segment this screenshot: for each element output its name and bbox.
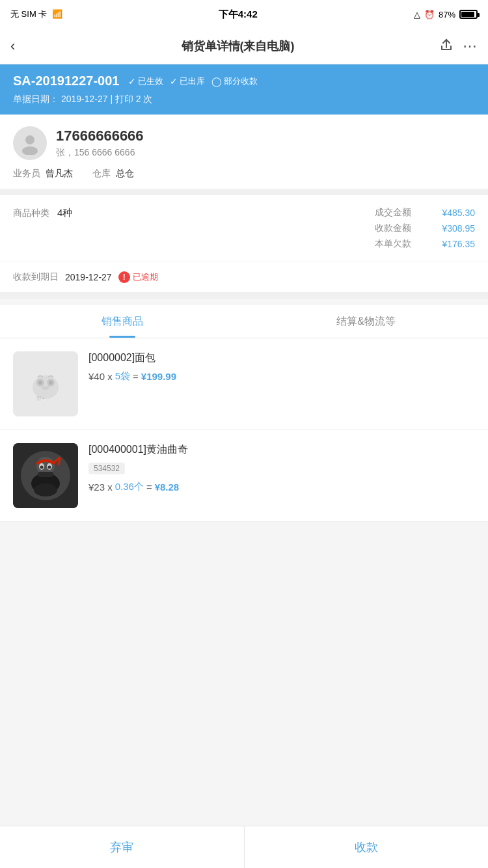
svg-line-14: [59, 457, 60, 465]
salesperson-label: 业务员: [13, 168, 40, 180]
customer-info: 17666666666 张，156 6666 6666: [56, 128, 144, 159]
svg-point-7: [42, 386, 49, 390]
stat-row-0: 成交金额 ¥485.30: [375, 207, 475, 219]
badge-partial-label: 部分收款: [224, 75, 258, 87]
product-info-1: [0000002]面包 ¥40 x 5袋 = ¥199.99: [88, 351, 475, 416]
divider-1: [0, 189, 488, 195]
svg-point-20: [34, 483, 57, 496]
page-title: 销货单详情(来自电脑): [36, 38, 439, 54]
stat-label-0: 成交金额: [375, 207, 411, 219]
due-date-label: 收款到期日: [13, 271, 59, 283]
svg-point-17: [40, 466, 44, 469]
badge-active-label: 已生效: [138, 75, 163, 87]
badge-partial: ◯ 部分收款: [211, 75, 258, 87]
print-info: | 打印 2 次: [110, 94, 152, 104]
bottom-bar: 弃审 收款: [0, 826, 488, 868]
stat-value-0: ¥485.30: [423, 208, 475, 218]
badge-dispatched-label: 已出库: [180, 75, 205, 87]
battery-percent: 87%: [439, 10, 455, 20]
alarm-icon: ⏰: [424, 10, 435, 20]
order-date-info: 单据日期： 2019-12-27 | 打印 2 次: [13, 94, 475, 105]
overdue-icon: !: [118, 271, 130, 283]
svg-rect-19: [38, 472, 53, 477]
tab-settlement-label: 结算&物流等: [336, 315, 396, 329]
check-icon-dispatched: ✓: [170, 76, 178, 87]
overdue-badge: ! 已逾期: [118, 271, 158, 283]
badge-dispatched: ✓ 已出库: [170, 75, 205, 87]
stats-section: 商品种类 4种 成交金额 ¥485.30 收款金额 ¥308.95 本单欠款 ¥…: [0, 195, 488, 262]
stat-row-2: 本单欠款 ¥176.35: [375, 238, 475, 250]
svg-point-18: [48, 466, 51, 469]
customer-name-phone: 张，156 6666 6666: [56, 147, 144, 159]
order-number: SA-20191227-001: [13, 74, 119, 88]
confirm-label: 收款: [355, 839, 378, 855]
divider-2: [0, 292, 488, 299]
product-eq-1: =: [133, 371, 139, 382]
tab-products-label: 销售商品: [102, 315, 143, 329]
back-icon: ‹: [10, 38, 15, 55]
product-name-1: [0000002]面包: [88, 351, 475, 365]
stat-value-2: ¥176.35: [423, 239, 475, 249]
warehouse-value: 总仓: [116, 168, 134, 180]
svg-point-1: [22, 146, 38, 155]
svg-point-6: [49, 381, 53, 385]
order-header: SA-20191227-001 ✓ 已生效 ✓ 已出库 ◯ 部分收款 单据日期：…: [0, 64, 488, 115]
customer-section: 17666666666 张，156 6666 6666 业务员 曾凡杰 仓库 总…: [0, 115, 488, 189]
customer-meta: 业务员 曾凡杰 仓库 总仓: [13, 168, 475, 180]
svg-point-5: [38, 381, 42, 385]
product-name-2: [000400001]黄油曲奇: [88, 443, 475, 457]
status-indicators: △ ⏰ 87%: [414, 10, 478, 20]
confirm-button[interactable]: 收款: [245, 826, 489, 868]
product-placeholder-1: 野+: [13, 351, 78, 416]
stat-label-2: 本单欠款: [375, 238, 411, 250]
salesperson-item: 业务员 曾凡杰: [13, 168, 73, 180]
battery-icon: [459, 10, 478, 19]
product-qty-1: 5袋: [115, 370, 130, 383]
product-qty-2: 0.36个: [115, 481, 144, 493]
products-list: 野+ [0000002]面包 ¥40 x 5袋 = ¥199.99: [0, 338, 488, 522]
svg-point-0: [25, 135, 34, 144]
carrier-signal: 无 SIM 卡 📶: [10, 8, 62, 20]
current-time: 下午4:42: [219, 8, 258, 21]
stats-product-count: 商品种类 4种: [13, 207, 72, 219]
location-icon: △: [414, 10, 420, 20]
cancel-button[interactable]: 弃审: [0, 826, 245, 868]
product-thumb-1: 野+: [13, 351, 78, 416]
stat-label-1: 收款金额: [375, 223, 411, 234]
more-button[interactable]: ⋯: [463, 38, 478, 55]
date-value: 2019-12-27: [61, 94, 108, 104]
stat-row-1: 收款金额 ¥308.95: [375, 223, 475, 234]
product-type-label: 商品种类: [13, 208, 49, 219]
svg-text:野+: 野+: [36, 396, 45, 401]
order-badges: ✓ 已生效 ✓ 已出库 ◯ 部分收款: [128, 75, 258, 87]
due-date-section: 收款到期日 2019-12-27 ! 已逾期: [0, 262, 488, 292]
product-total-2: ¥8.28: [155, 481, 180, 493]
nav-bar: ‹ 销货单详情(来自电脑) ⋯: [0, 29, 488, 64]
check-icon-active: ✓: [128, 76, 136, 87]
due-date-value: 2019-12-27: [65, 272, 112, 282]
tab-settlement[interactable]: 结算&物流等: [244, 305, 488, 338]
avatar: [13, 126, 47, 160]
product-sku-2: 534532: [88, 463, 125, 474]
nav-actions: ⋯: [439, 38, 478, 55]
overdue-text: 已逾期: [133, 271, 158, 283]
share-button[interactable]: [439, 38, 454, 55]
product-price-row-1: ¥40 x 5袋 = ¥199.99: [88, 370, 475, 383]
product-info-2: [000400001]黄油曲奇 534532 ¥23 x 0.36个 = ¥8.…: [88, 443, 475, 508]
product-unit-price-1: ¥40 x: [88, 371, 113, 382]
salesperson-value: 曾凡杰: [46, 168, 73, 180]
back-button[interactable]: ‹: [10, 38, 36, 55]
badge-active: ✓ 已生效: [128, 75, 163, 87]
status-bar: 无 SIM 卡 📶 下午4:42 △ ⏰ 87%: [0, 0, 488, 29]
customer-phone: 17666666666: [56, 128, 144, 144]
product-unit-price-2: ¥23 x: [88, 481, 113, 493]
stat-value-1: ¥308.95: [423, 223, 475, 234]
tab-products[interactable]: 销售商品: [0, 305, 244, 338]
product-total-1: ¥199.99: [141, 371, 176, 382]
tabs-row: 销售商品 结算&物流等: [0, 305, 488, 338]
product-thumb-2: [13, 443, 78, 508]
date-label: 单据日期：: [13, 94, 59, 104]
warehouse-item: 仓库 总仓: [92, 168, 134, 180]
cancel-label: 弃审: [110, 839, 133, 855]
warehouse-label: 仓库: [92, 168, 111, 180]
